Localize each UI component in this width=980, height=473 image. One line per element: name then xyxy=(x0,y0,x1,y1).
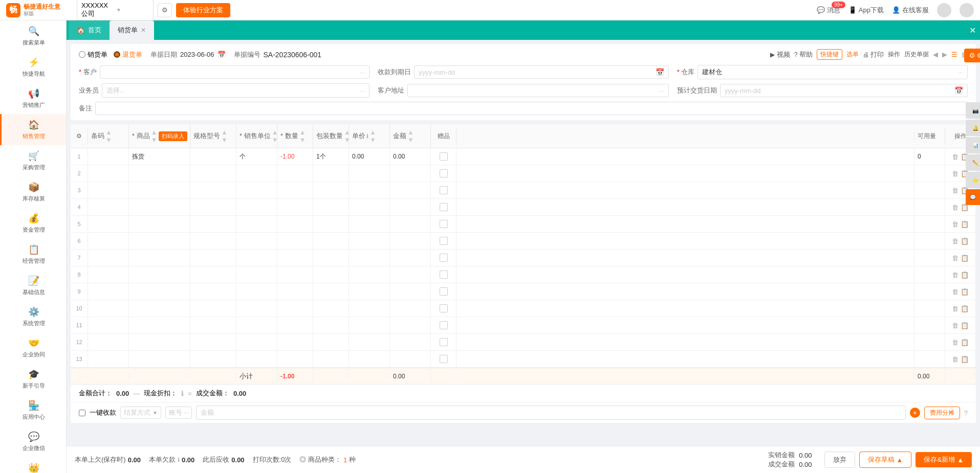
add-payment-button[interactable]: + xyxy=(910,408,920,418)
help-btn[interactable]: ? 帮助 xyxy=(794,50,813,59)
nav-prev-icon[interactable]: ◀ xyxy=(933,51,938,58)
td-barcode-1[interactable] xyxy=(88,148,129,165)
warehouse-input[interactable]: 建材仓 ··· xyxy=(698,65,968,79)
expected-date-input[interactable]: yyyy-mm-dd 📅 xyxy=(720,84,968,97)
note-input[interactable] xyxy=(95,102,968,115)
print-btn[interactable]: 🖨 打印 xyxy=(863,50,884,59)
right-panel-btn-5[interactable]: ⭐ xyxy=(966,172,980,188)
delete-icon[interactable]: 🗑 xyxy=(952,254,959,262)
settings-icon[interactable]: ⚙ xyxy=(158,3,172,17)
td-product-1[interactable]: 拣货 xyxy=(129,148,190,165)
sidebar-item-search[interactable]: 🔍 搜索菜单 xyxy=(0,20,66,52)
trial-button[interactable]: 体验行业方案 xyxy=(176,3,230,17)
view-list-icon[interactable]: ☰ xyxy=(951,51,957,58)
history-btn[interactable]: 历史单据 xyxy=(904,50,929,59)
payment-date-calendar-icon[interactable]: 📅 xyxy=(656,68,664,76)
tab-sales-order[interactable]: 销货单 ✕ xyxy=(110,20,154,40)
right-panel-btn-3[interactable]: 📊 xyxy=(966,137,980,153)
copy-icon[interactable]: 📋 xyxy=(961,237,969,245)
delete-icon[interactable]: 🗑 xyxy=(952,237,959,245)
td-gift-1[interactable] xyxy=(431,148,456,165)
expense-split-button[interactable]: 费用分摊 xyxy=(924,407,960,419)
right-panel-btn-2[interactable]: 🔔 xyxy=(966,120,980,136)
right-panel-btn-6[interactable]: 💬 xyxy=(966,189,980,205)
company-select[interactable]: XXXXXX公司 ▼ xyxy=(77,0,154,20)
right-panel-btn-1[interactable]: 📷 xyxy=(966,102,980,119)
td-qty-1[interactable]: -1.00 xyxy=(277,148,313,165)
delete-icon[interactable]: 🗑 xyxy=(952,220,959,228)
staff-input[interactable]: 选择... ··· xyxy=(102,83,369,98)
sidebar-item-operations[interactable]: 📋 经营管理 xyxy=(0,239,66,270)
copy-icon[interactable]: 📋 xyxy=(961,271,969,279)
td-spec-1[interactable] xyxy=(190,148,236,165)
delete-icon[interactable]: 🗑 xyxy=(952,288,959,296)
delete-icon-1[interactable]: 🗑 xyxy=(952,153,959,161)
account-select[interactable]: 账号 ··· xyxy=(165,407,192,419)
message-button[interactable]: 💬 消息 99+ xyxy=(817,6,840,15)
radio-sales-order[interactable]: 销货单 xyxy=(79,50,107,59)
copy-icon[interactable]: 📋 xyxy=(961,220,969,228)
delete-icon[interactable]: 🗑 xyxy=(952,305,959,312)
sidebar-item-sales[interactable]: 🏠 销售管理 xyxy=(0,114,66,145)
online-service-button[interactable]: 👤 在线客服 xyxy=(892,6,929,15)
delete-icon[interactable]: 🗑 xyxy=(952,271,959,279)
delete-icon[interactable]: 🗑 xyxy=(952,170,959,177)
sidebar-item-quicknav[interactable]: ⚡ 快捷导航 xyxy=(0,52,66,83)
user-avatar[interactable] xyxy=(937,3,951,17)
user-avatar2[interactable] xyxy=(960,3,974,17)
expected-date-calendar-icon[interactable]: 📅 xyxy=(954,86,963,95)
delete-icon[interactable]: 🗑 xyxy=(952,204,959,211)
copy-icon[interactable]: 📋 xyxy=(961,254,969,262)
setting-button[interactable]: ⚙ ⚙ 设置 xyxy=(964,49,980,62)
sidebar-item-purchase[interactable]: 🛒 采购管理 xyxy=(0,145,66,176)
payment-amount-input[interactable]: 金额 xyxy=(196,406,906,420)
save-draft-arrow[interactable]: ▲ xyxy=(897,456,903,464)
ops-btn[interactable]: 操作 xyxy=(888,50,900,59)
payment-date-input[interactable]: yyyy-mm-dd 📅 xyxy=(414,65,668,79)
delete-icon[interactable]: 🗑 xyxy=(952,322,959,329)
save-draft-button[interactable]: 保存草稿 ▲ xyxy=(859,452,912,468)
nav-next-icon[interactable]: ▶ xyxy=(942,51,947,58)
sidebar-item-basics[interactable]: 📝 基础信息 xyxy=(0,270,66,301)
sidebar-item-inventory[interactable]: 📦 库存核算 xyxy=(0,176,66,208)
copy-icon[interactable]: 📋 xyxy=(961,322,969,329)
app-download-button[interactable]: 📱 App下载 xyxy=(848,6,884,15)
customer-input[interactable]: ··· xyxy=(100,65,370,79)
one-click-checkbox[interactable] xyxy=(79,410,85,416)
tab-home[interactable]: 🏠 首页 xyxy=(69,20,110,40)
payment-help-icon[interactable]: ? xyxy=(964,409,968,417)
shortcut-btn[interactable]: 快捷键 xyxy=(817,49,842,60)
sidebar-item-member[interactable]: 👑 畅会员 xyxy=(0,457,66,473)
scan-button[interactable]: 扫码录入 xyxy=(159,131,187,141)
tab-close-icon[interactable]: ✕ xyxy=(141,27,146,34)
payment-method-select[interactable]: 结算方式 ▼ xyxy=(120,407,161,419)
close-window-icon[interactable]: ✕ xyxy=(969,26,976,35)
td-amount-1[interactable]: 0.00 xyxy=(390,148,431,165)
save-new-arrow[interactable]: ▲ xyxy=(957,456,964,464)
copy-icon[interactable]: 📋 xyxy=(961,288,969,296)
radio-return-order[interactable]: 退货单 xyxy=(114,50,142,59)
delete-icon[interactable]: 🗑 xyxy=(952,339,959,346)
customer-addr-input[interactable]: ··· xyxy=(407,84,668,97)
delete-icon[interactable]: 🗑 xyxy=(952,187,959,194)
select-btn[interactable]: 选单 xyxy=(846,50,859,59)
copy-icon[interactable]: 📋 xyxy=(961,355,969,363)
right-panel-btn-4[interactable]: ✏️ xyxy=(966,154,980,171)
sidebar-item-appstore[interactable]: 🏪 应用中心 xyxy=(0,395,66,426)
sidebar-item-finance[interactable]: 💰 资金管理 xyxy=(0,208,66,239)
sidebar-item-guide[interactable]: 🎓 新手引导 xyxy=(0,364,66,395)
td-unit-1[interactable]: 个 xyxy=(236,148,277,165)
save-new-button[interactable]: 保存&新增 ▲ xyxy=(916,452,972,467)
sidebar-item-wechat[interactable]: 💬 企业微信 xyxy=(0,426,66,457)
td-remark-1[interactable] xyxy=(456,148,914,165)
sidebar-item-marketing[interactable]: 📢 营销推广 xyxy=(0,83,66,114)
discard-button[interactable]: 放弃 xyxy=(824,452,855,468)
calendar-icon[interactable]: 📅 xyxy=(217,51,226,58)
copy-icon[interactable]: 📋 xyxy=(961,339,969,346)
sidebar-item-collab[interactable]: 🤝 企业协同 xyxy=(0,332,66,364)
copy-icon[interactable]: 📋 xyxy=(961,305,969,312)
delete-icon[interactable]: 🗑 xyxy=(952,355,959,363)
video-btn[interactable]: ▶ 视频 xyxy=(770,50,790,59)
td-price-1[interactable]: 0.00 xyxy=(349,148,390,165)
td-pkg-1[interactable]: 1个 xyxy=(313,148,349,165)
